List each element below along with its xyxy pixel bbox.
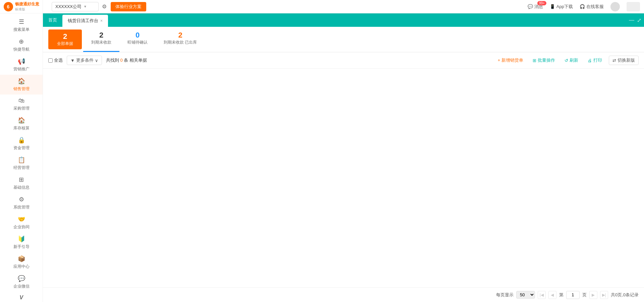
sidebar-item-quick-nav[interactable]: ⊕ 快捷导航 [0, 35, 43, 55]
toolbar: 全选 ▼ 更多条件 ∨ 共找到 0 条 相关单据 + 新增销货单 ⊞ 批量操作 [43, 52, 644, 69]
sidebar-item-system[interactable]: ⚙ 系统管理 [0, 193, 43, 213]
sidebar-item-purchase[interactable]: 🛍 采购管理 [0, 95, 43, 114]
found-prefix: 共找到 [106, 58, 119, 63]
last-page-btn[interactable]: ▶| [600, 291, 608, 299]
refresh-btn[interactable]: ↺ 刷新 [562, 56, 581, 65]
sidebar: 6 畅捷通好生意 标准版 ☰ 搜索菜单 ⊕ 快捷导航 📢 营销推广 🏠 销售管理… [0, 0, 43, 302]
close-tab-icon[interactable]: × [100, 18, 103, 23]
logo-text: 畅捷通好生意 标准版 [15, 2, 39, 11]
header-right: 💬 消息 99+ 📱 App下载 🎧 在线客服 [528, 2, 640, 11]
app-download-btn[interactable]: 📱 App下载 [550, 4, 573, 10]
sidebar-item-sales[interactable]: 🏠 销售管理 [0, 75, 43, 95]
company-selector[interactable]: XXXXXX公司 ▼ [52, 2, 99, 11]
cooperation-icon: 🤝 [18, 216, 25, 223]
wangpu-count: 0 [127, 31, 148, 40]
settings-icon[interactable]: ⚙ [102, 3, 107, 10]
workbench-tab[interactable]: 钱货日清工作台 × [62, 15, 108, 27]
chevron-down-icon-filter: ∨ [95, 58, 98, 63]
found-count: 0 [120, 58, 123, 63]
summary-tab-all[interactable]: 2 全部单据 [48, 29, 82, 49]
minimize-tab-icon[interactable]: — [629, 17, 634, 23]
app-download-icon: 📱 [550, 4, 555, 9]
summary-tab-overdue-unshipped[interactable]: 2 到期未收款 已出库 [156, 27, 205, 52]
sidebar-item-label-app-center: 应用中心 [13, 264, 30, 269]
try-industry-btn[interactable]: 体验行业方案 [111, 2, 146, 11]
page-label-pre: 第 [559, 292, 564, 298]
select-all-checkbox[interactable]: 全选 [48, 57, 63, 63]
select-all-input[interactable] [48, 58, 53, 63]
page-label-post: 页 [582, 292, 587, 298]
sidebar-item-search-menu[interactable]: ☰ 搜索菜单 [0, 15, 43, 35]
first-page-btn[interactable]: |◀ [538, 291, 546, 299]
overdue-unshipped-label: 到期未收款 已出库 [164, 40, 197, 45]
sidebar-item-label-finance: 资金管理 [13, 145, 30, 151]
page-input[interactable]: 1 [566, 291, 580, 299]
more-conditions-btn[interactable]: ▼ 更多条件 ∨ [67, 56, 102, 65]
logo-sub-text: 标准版 [15, 7, 39, 11]
operations-icon: 📋 [18, 156, 25, 164]
sales-icon: 🏠 [18, 77, 25, 85]
marketing-icon: 📢 [18, 58, 25, 65]
sidebar-item-inventory[interactable]: 🏠 库存核算 [0, 114, 43, 134]
main-content: 2 全部单据 2 到期未收款 0 旺铺待确认 2 到期未收款 已出库 全选 [43, 27, 644, 302]
switch-icon: ⇄ [612, 58, 616, 63]
sidebar-item-label-search-menu: 搜索菜单 [13, 27, 30, 33]
sidebar-item-label-cooperation: 企业协同 [13, 224, 30, 230]
online-service-icon: 🎧 [580, 4, 585, 9]
print-label: 打印 [593, 57, 602, 63]
quick-nav-icon: ⊕ [19, 38, 24, 45]
message-icon: 💬 [528, 4, 533, 9]
sidebar-item-wechat[interactable]: 💬 企业微信 [0, 272, 43, 292]
next-page-btn[interactable]: ▶ [589, 291, 597, 299]
online-service-btn[interactable]: 🎧 在线客服 [580, 4, 604, 10]
sidebar-item-vip[interactable]: V 畅会员 [0, 292, 43, 302]
switch-new-version-btn[interactable]: ⇄ 切换新版 [609, 56, 639, 65]
sidebar-item-app-center[interactable]: 📦 应用中心 [0, 252, 43, 272]
all-label: 全部单据 [55, 41, 75, 47]
maximize-tab-icon[interactable]: ⤢ [637, 17, 641, 23]
chevron-down-icon: ▼ [84, 5, 87, 8]
batch-icon: ⊞ [533, 58, 536, 63]
purchase-icon: 🛍 [18, 97, 24, 104]
sidebar-item-marketing[interactable]: 📢 营销推广 [0, 55, 43, 75]
basic-info-icon: ⊞ [19, 176, 24, 183]
sidebar-item-label-operations: 经营管理 [13, 165, 30, 171]
sidebar-item-beginner[interactable]: 🔰 新手引导 [0, 233, 43, 252]
summary-tab-wangpu-pending[interactable]: 0 旺铺待确认 [119, 27, 156, 52]
sidebar-item-basic-info[interactable]: ⊞ 基础信息 [0, 173, 43, 193]
sidebar-item-operations[interactable]: 📋 经营管理 [0, 154, 43, 173]
total-info: 共0页,0条记录 [611, 292, 639, 298]
search-menu-icon: ☰ [19, 18, 24, 25]
summary-tabs: 2 全部单据 2 到期未收款 0 旺铺待确认 2 到期未收款 已出库 [43, 27, 644, 52]
sidebar-item-label-inventory: 库存核算 [13, 125, 30, 131]
sidebar-logo-area: 6 畅捷通好生意 标准版 [0, 0, 43, 13]
batch-label: 批量操作 [538, 57, 555, 63]
tabs-bar: 首页 钱货日清工作台 × — ⤢ [43, 13, 644, 27]
tabs-right-controls: — ⤢ [629, 17, 644, 23]
overdue-unpaid-count: 2 [91, 31, 111, 40]
message-btn[interactable]: 💬 消息 99+ [528, 4, 543, 10]
beginner-icon: 🔰 [18, 235, 25, 243]
user-name-area[interactable] [627, 2, 640, 11]
per-page-select[interactable]: 50 100 [516, 291, 535, 299]
sidebar-item-label-sales: 销售管理 [13, 86, 30, 92]
print-btn[interactable]: 🖨 打印 [585, 56, 605, 65]
vip-icon: V [19, 295, 23, 301]
summary-tab-overdue-unpaid[interactable]: 2 到期未收款 [83, 27, 119, 52]
wechat-icon: 💬 [18, 275, 25, 282]
avatar[interactable] [610, 2, 620, 11]
switch-label: 切换新版 [618, 57, 635, 63]
sidebar-item-label-system: 系统管理 [13, 204, 30, 210]
sidebar-item-finance[interactable]: 🔒 资金管理 [0, 134, 43, 154]
add-sales-btn[interactable]: + 新增销货单 [495, 56, 526, 65]
sidebar-item-cooperation[interactable]: 🤝 企业协同 [0, 213, 43, 233]
table-area [43, 69, 644, 287]
home-tab[interactable]: 首页 [43, 13, 62, 27]
prev-page-btn[interactable]: ◀ [548, 291, 556, 299]
workbench-tab-label: 钱货日清工作台 [68, 18, 98, 24]
batch-operation-btn[interactable]: ⊞ 批量操作 [530, 56, 558, 65]
sidebar-item-label-wechat: 企业微信 [13, 284, 30, 289]
found-info: 共找到 0 条 相关单据 [106, 57, 147, 63]
logo-main-text: 畅捷通好生意 [15, 2, 39, 7]
sidebar-item-label-beginner: 新手引导 [13, 244, 30, 250]
